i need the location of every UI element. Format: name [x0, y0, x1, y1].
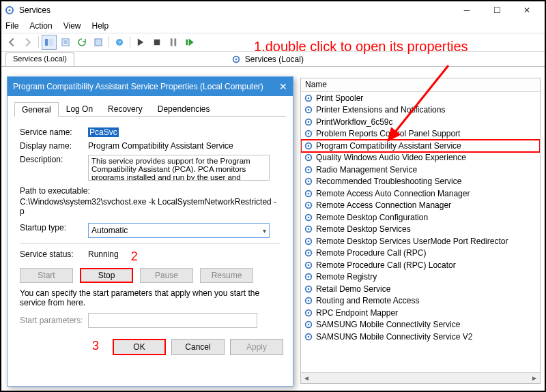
- svg-point-19: [308, 121, 310, 123]
- menu-view[interactable]: View: [63, 21, 81, 31]
- startup-type-select[interactable]: Automatic ▾: [88, 223, 270, 238]
- dialog-title-bar: Program Compatibility Assistant Service …: [8, 77, 293, 96]
- service-row[interactable]: PrintWorkflow_6c59c: [301, 116, 540, 128]
- svg-point-27: [308, 168, 310, 170]
- horizontal-scrollbar[interactable]: ◄ ►: [301, 372, 540, 383]
- resume-button[interactable]: Resume: [200, 268, 253, 283]
- gear-icon: [231, 55, 241, 64]
- gear-icon: [4, 5, 15, 16]
- service-row[interactable]: Remote Procedure Call (RPC): [301, 247, 540, 260]
- service-row[interactable]: Remote Access Connection Manager: [301, 200, 540, 212]
- svg-point-23: [308, 145, 310, 147]
- menu-file[interactable]: File: [5, 21, 18, 31]
- service-row[interactable]: Remote Registry: [301, 271, 540, 284]
- service-row[interactable]: Retail Demo Service: [301, 283, 540, 295]
- service-name: Problem Reports Control Panel Support: [316, 129, 460, 138]
- service-row[interactable]: Remote Procedure Call (RPC) Locator: [301, 259, 540, 271]
- maximize-button[interactable]: ☐: [482, 1, 512, 19]
- svg-point-31: [308, 192, 310, 194]
- svg-rect-10: [174, 38, 176, 46]
- service-row[interactable]: Recommended Troubleshooting Service: [301, 176, 540, 188]
- play-button[interactable]: [133, 35, 148, 50]
- svg-point-45: [308, 276, 310, 278]
- export-list-button[interactable]: [58, 35, 73, 50]
- service-name: Remote Desktop Configuration: [316, 213, 428, 222]
- menu-help[interactable]: Help: [92, 21, 109, 31]
- svg-rect-3: [48, 39, 53, 46]
- chevron-down-icon: ▾: [263, 227, 266, 235]
- service-name: Printer Extensions and Notifications: [316, 105, 445, 115]
- services-list[interactable]: Print SpoolerPrinter Extensions and Noti…: [301, 92, 540, 372]
- svg-point-35: [308, 216, 310, 218]
- service-row[interactable]: Remote Desktop Services: [301, 224, 540, 236]
- start-parameters-input[interactable]: [88, 313, 257, 328]
- service-name: Recommended Troubleshooting Service: [316, 177, 461, 186]
- service-row[interactable]: Printer Extensions and Notifications: [301, 104, 540, 117]
- properties-dialog: Program Compatibility Assistant Service …: [7, 76, 293, 387]
- refresh-button[interactable]: [74, 35, 89, 50]
- service-name: PrintWorkflow_6c59c: [316, 117, 393, 127]
- minimize-button[interactable]: ─: [452, 1, 482, 19]
- properties-button[interactable]: [91, 35, 106, 50]
- pause-button[interactable]: [166, 35, 181, 50]
- scroll-left-button[interactable]: ◄: [301, 373, 312, 384]
- startup-type-value: Automatic: [91, 226, 128, 235]
- column-header-name[interactable]: Name: [301, 78, 540, 92]
- window-title: Services: [19, 5, 452, 15]
- show-hide-tree-button[interactable]: [42, 35, 57, 50]
- stop-button[interactable]: [149, 35, 164, 50]
- service-name: Remote Desktop Services: [316, 224, 411, 234]
- svg-point-41: [308, 252, 310, 254]
- svg-point-49: [308, 300, 310, 302]
- value-path: C:\Windows\system32\svchost.exe -k Local…: [20, 197, 281, 216]
- service-row[interactable]: Quality Windows Audio Video Experience: [301, 152, 540, 164]
- service-name: Program Compatibility Assistant Service: [316, 141, 461, 151]
- tab-general[interactable]: General: [14, 102, 59, 117]
- pause-button[interactable]: Pause: [140, 268, 193, 283]
- service-row[interactable]: Routing and Remote Access: [301, 295, 540, 307]
- apply-button[interactable]: Apply: [230, 339, 283, 355]
- service-name: Print Spooler: [316, 93, 363, 103]
- svg-rect-11: [186, 40, 188, 45]
- service-name: Routing and Remote Access: [316, 296, 419, 305]
- stop-button[interactable]: Stop: [80, 268, 133, 283]
- service-row[interactable]: Radio Management Service: [301, 164, 540, 176]
- service-row[interactable]: Print Spooler: [301, 92, 540, 104]
- svg-point-53: [308, 324, 310, 326]
- restart-button[interactable]: [182, 35, 197, 50]
- cancel-button[interactable]: Cancel: [171, 339, 225, 355]
- forward-button[interactable]: [20, 35, 35, 50]
- service-row[interactable]: Remote Desktop Configuration: [301, 211, 540, 224]
- service-name: Quality Windows Audio Video Experience: [316, 153, 466, 162]
- service-row[interactable]: Remote Access Auto Connection Manager: [301, 187, 540, 200]
- scroll-right-button[interactable]: ►: [529, 373, 540, 384]
- back-button[interactable]: [4, 35, 19, 50]
- tab-logon[interactable]: Log On: [59, 102, 100, 116]
- service-name: Remote Procedure Call (RPC) Locator: [316, 260, 456, 270]
- tab-dependencies[interactable]: Dependencies: [150, 102, 218, 116]
- close-button[interactable]: ✕: [512, 1, 542, 19]
- service-row[interactable]: Program Compatibility Assistant Service: [301, 140, 540, 152]
- help-button[interactable]: ?: [112, 35, 127, 50]
- svg-point-39: [308, 240, 310, 242]
- title-bar: Services ─ ☐ ✕: [1, 1, 545, 19]
- service-row[interactable]: Problem Reports Control Panel Support: [301, 128, 540, 140]
- svg-rect-8: [154, 40, 160, 45]
- menu-action[interactable]: Action: [29, 21, 52, 31]
- ok-button[interactable]: OK: [113, 339, 166, 355]
- svg-point-21: [308, 133, 310, 135]
- service-row[interactable]: Remote Desktop Services UserMode Port Re…: [301, 235, 540, 247]
- start-button[interactable]: Start: [20, 268, 73, 283]
- service-name: Retail Demo Service: [316, 284, 390, 294]
- value-description[interactable]: This service provides support for the Pr…: [88, 155, 270, 181]
- label-start-parameters: Start parameters:: [20, 316, 88, 325]
- service-row[interactable]: SAMSUNG Mobile Connectivity Service V2: [301, 331, 540, 343]
- tab-recovery[interactable]: Recovery: [100, 102, 150, 116]
- svg-text:?: ?: [118, 40, 121, 46]
- service-row[interactable]: RPC Endpoint Mapper: [301, 307, 540, 319]
- service-row[interactable]: SAMSUNG Mobile Connectivity Service: [301, 319, 540, 331]
- dialog-close-button[interactable]: ✕: [279, 81, 287, 92]
- tab-services-local[interactable]: Services (Local): [5, 52, 74, 66]
- label-service-name: Service name:: [20, 127, 88, 137]
- service-name: Radio Management Service: [316, 165, 417, 175]
